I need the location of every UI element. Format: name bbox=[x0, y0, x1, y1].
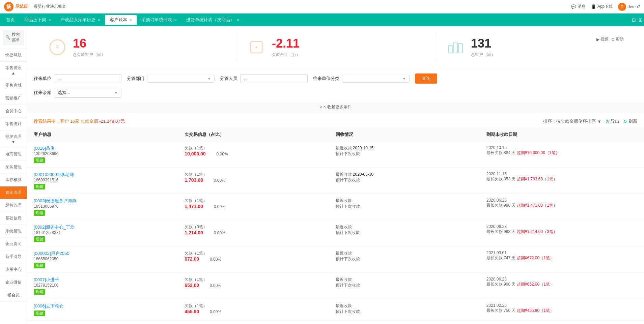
customer-name-1[interactable]: [0001020001]李老师 bbox=[34, 172, 185, 178]
sidebar-item-ecommerce[interactable]: 电商管理 bbox=[0, 148, 27, 161]
overdue-days-1: 最长欠款 853 天 超期¥1,703.68（1笔） bbox=[486, 176, 637, 182]
debt-ratio-3: 0.00% bbox=[214, 231, 225, 235]
app-download-btn[interactable]: 📱 App下载 bbox=[591, 4, 613, 9]
basic-info-label: 基础信息 bbox=[1, 215, 25, 221]
customer-tag-2: 现销 bbox=[34, 210, 45, 216]
last-payment-label-0: 最近收款 bbox=[336, 146, 352, 150]
video-btn[interactable]: ▶ 视频 bbox=[596, 36, 609, 42]
debt-cell-1: 欠款（1笔） 1,703.68 0.00% bbox=[185, 172, 335, 183]
sort-select[interactable]: 排序：按欠款金额倒序排序 ▼ bbox=[543, 118, 601, 124]
customer-name-5[interactable]: [0007]小进千 bbox=[34, 277, 185, 283]
ecommerce-label: 电商管理 bbox=[1, 151, 25, 157]
filter-collapse-btn[interactable]: ∧∧ 收起更多条件 bbox=[27, 102, 644, 112]
tab-purchase-by-product[interactable]: 进货单统计表（按商品） ✕ bbox=[181, 15, 244, 25]
tab-customer-close[interactable]: ✕ bbox=[129, 18, 132, 22]
tab-customer-account[interactable]: 客户账本 ✕ bbox=[105, 15, 137, 25]
user-avatar[interactable]: D demo2 bbox=[618, 3, 640, 11]
debt-ratio-1: 0.00% bbox=[214, 178, 225, 183]
sidebar-item-new-guide[interactable]: 新手引导 bbox=[0, 251, 27, 263]
next-payment-5: 预计下次收款 bbox=[336, 283, 486, 288]
sidebar-item-batch-management[interactable]: 批发管理 ▼ bbox=[0, 130, 27, 148]
overdue-amount-4[interactable]: 超期¥672.00（1笔） bbox=[517, 256, 554, 260]
message-btn[interactable]: 💬 消息 bbox=[571, 4, 586, 9]
help-btn[interactable]: ⊙ 帮助 bbox=[611, 36, 624, 42]
tab-maximize-btn[interactable]: ⊞ bbox=[639, 17, 643, 23]
tab-purchase-close[interactable]: ✕ bbox=[174, 18, 177, 22]
content-area: ¥ 16 总欠款客户（家） ✦ bbox=[27, 26, 644, 324]
customer-tag-3: 现销 bbox=[34, 236, 45, 242]
avatar-icon: D bbox=[618, 3, 626, 11]
manager-label: 分管人员 bbox=[220, 76, 237, 82]
overdue-amount-3[interactable]: 超期¥1,214.00（3笔） bbox=[517, 229, 557, 234]
overdue-days-text-1: 最长欠款 853 天 bbox=[486, 177, 517, 181]
tab-production-close[interactable]: ✕ bbox=[97, 18, 100, 22]
search-menu-btn[interactable]: 🔍 搜索菜单 bbox=[3, 30, 24, 45]
tab-products-on-off[interactable]: 商品上下架 ✕ bbox=[20, 15, 56, 25]
customer-name-2[interactable]: [0003]畅捷服务尹海燕 bbox=[34, 198, 185, 204]
sidebar-quick-nav[interactable]: 快捷导航 bbox=[0, 49, 27, 62]
customer-name-0[interactable]: [0016]吕俊 bbox=[34, 145, 185, 151]
sidebar-item-retail-management[interactable]: 零售管理 ▲ bbox=[0, 62, 27, 79]
sidebar-item-basic-info[interactable]: 基础信息 bbox=[0, 212, 27, 225]
collapse-label: 收起更多条件 bbox=[327, 105, 352, 109]
customer-cell-0: [0016]吕俊 13026203696 现销 bbox=[34, 145, 185, 163]
customer-name-6[interactable]: [0006]去下粮仓 bbox=[34, 303, 185, 309]
sidebar-item-system[interactable]: 系统管理 bbox=[0, 225, 27, 238]
dept-select[interactable]: ▼ bbox=[147, 75, 215, 83]
col-customer-info: 客户信息 bbox=[34, 131, 185, 138]
table-row: [0016]吕俊 13026203696 现销 欠款（1笔） 10,000.00… bbox=[27, 141, 644, 168]
overdue-amount-2[interactable]: 超期¥1,471.00（1笔） bbox=[517, 203, 557, 208]
tab-purchase-product-close[interactable]: ✕ bbox=[236, 18, 239, 22]
customer-name-3[interactable]: [0002]服务中心_丁磊 bbox=[34, 224, 185, 230]
refresh-btn[interactable]: ↻ 刷新 bbox=[623, 118, 637, 124]
sidebar-item-retail-stats[interactable]: 零售统计 bbox=[0, 118, 27, 130]
overdue-amount-1[interactable]: 超期¥1,703.68（1笔） bbox=[517, 177, 557, 181]
debt-cell-0: 欠款（1笔） 10,000.00 0.00% bbox=[185, 145, 335, 156]
sidebar-item-finance[interactable]: 资金管理 bbox=[0, 186, 27, 199]
tab-purchase-label: 采购订单统计表 bbox=[141, 17, 172, 23]
svg-rect-6 bbox=[458, 43, 463, 53]
sidebar-search: 🔍 搜索菜单 bbox=[0, 26, 27, 49]
debt-ratio-6: 0.00% bbox=[210, 310, 221, 314]
sidebar-item-premium-member[interactable]: 畅会员 bbox=[0, 289, 27, 302]
customer-tag-1: 现销 bbox=[34, 184, 45, 189]
tab-production-history[interactable]: 产成品入库单历史 ✕ bbox=[56, 15, 105, 25]
table-row: [0002]服务中心_丁磊 181 0125 8371 现销 欠款（3笔） 1,… bbox=[27, 220, 644, 246]
mobile-icon: 📱 bbox=[591, 4, 596, 9]
customer-tag-0: 现销 bbox=[34, 157, 45, 163]
sidebar-item-purchase[interactable]: 采购管理 bbox=[0, 161, 27, 174]
col-debt-info: 欠交易信息（占比） bbox=[185, 131, 335, 138]
customer-phone-0: 13026203696 bbox=[34, 151, 185, 156]
sidebar-item-app-center[interactable]: 应用中心 bbox=[0, 263, 27, 276]
tab-customer-label: 客户账本 bbox=[110, 17, 127, 23]
sidebar-item-enterprise-wechat[interactable]: 企业微信 bbox=[0, 276, 27, 289]
overdue-amount-6[interactable]: 超期¥455.90（1笔） bbox=[517, 308, 554, 313]
sidebar-item-business[interactable]: 经营管理 bbox=[0, 199, 27, 212]
unit-category-select[interactable]: ▼ bbox=[342, 75, 410, 83]
main-wrapper: 🔍 搜索菜单 快捷导航 零售管理 ▲ 零售商城 营销推广 会员中心 bbox=[0, 26, 644, 324]
stat-debt-amount-info: -2.11 欠款合计（万） bbox=[272, 36, 300, 58]
tab-home[interactable]: 首页 bbox=[1, 15, 20, 25]
due-date-3: 2020.06.23 bbox=[486, 224, 637, 229]
tab-products-close[interactable]: ✕ bbox=[48, 18, 51, 22]
sidebar-item-member[interactable]: 会员中心 bbox=[0, 105, 27, 118]
tab-minimize-btn[interactable]: ⊟ bbox=[632, 17, 636, 23]
overdue-days-4: 最长欠款 747 天 超期¥672.00（1笔） bbox=[486, 255, 637, 261]
table-row: [0006]去下粮仓 现销 欠款（1笔） 455.90 0.00% 最近收款 预… bbox=[27, 299, 644, 321]
customer-name-4[interactable]: [000002]用户2050 bbox=[34, 251, 185, 257]
remaining-select[interactable]: 选择... ▼ bbox=[54, 88, 121, 98]
overdue-amount-5[interactable]: 超期¥652.00（1笔） bbox=[517, 282, 554, 287]
video-label: 视频 bbox=[600, 36, 609, 42]
manager-input[interactable]: ... bbox=[240, 74, 308, 83]
tab-purchase-summary[interactable]: 采购订单统计表 ✕ bbox=[137, 15, 181, 25]
next-payment-4: 预计下次收款 bbox=[336, 256, 486, 262]
sidebar-item-marketing[interactable]: 营销推广 bbox=[0, 92, 27, 105]
export-btn[interactable]: ⊙ 导出 bbox=[606, 118, 619, 124]
from-unit-input[interactable]: ... bbox=[54, 74, 121, 83]
overdue-amount-0[interactable]: 超期¥10,000.00（1笔） bbox=[517, 150, 560, 155]
filter-dept: 分管部门 ▼ bbox=[127, 75, 215, 83]
sidebar-item-retail-mall[interactable]: 零售商城 bbox=[0, 79, 27, 92]
sidebar-item-inventory[interactable]: 库存核算 bbox=[0, 174, 27, 186]
query-button[interactable]: 查询 bbox=[415, 73, 437, 84]
sidebar-item-enterprise-collab[interactable]: 企业协同 bbox=[0, 238, 27, 251]
